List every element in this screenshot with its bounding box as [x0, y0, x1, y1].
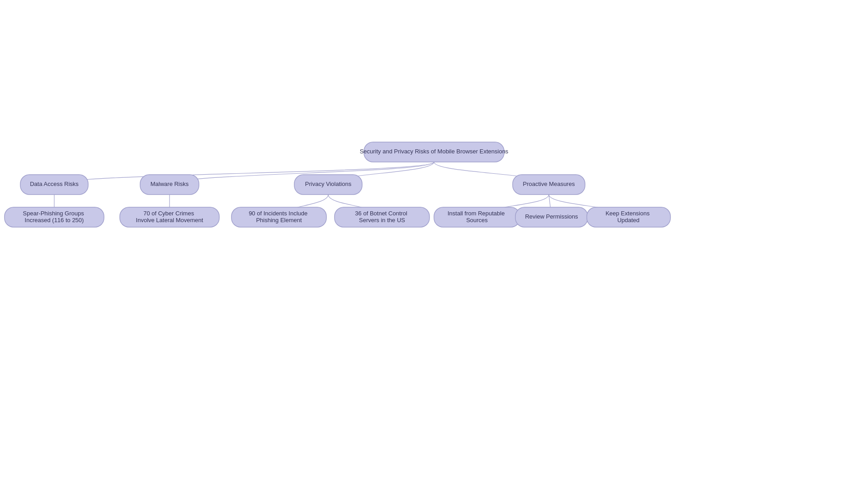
leaf3-node-label: 90 of Incidents Include Phishing Element — [249, 210, 309, 224]
mind-map-diagram: Security and Privacy Risks of Mobile Bro… — [0, 0, 868, 490]
leaf2-node-label: 70 of Cyber Crimes Involve Lateral Movem… — [136, 210, 203, 224]
cat4-node-label: Proactive Measures — [523, 181, 575, 187]
cat1-node-label: Data Access Risks — [30, 181, 79, 187]
root-node-label: Security and Privacy Risks of Mobile Bro… — [360, 148, 509, 155]
edge-root-cat1 — [54, 162, 434, 185]
cat2-node-label: Malware Risks — [151, 181, 189, 187]
cat3-node-label: Privacy Violations — [305, 181, 352, 187]
leaf6-node-label: Review Permissions — [525, 213, 578, 220]
leaf1-node-label: Spear-Phishing Groups Increased (116 to … — [23, 210, 86, 224]
leaf4-node-label: 36 of Botnet Control Servers in the US — [355, 210, 409, 224]
